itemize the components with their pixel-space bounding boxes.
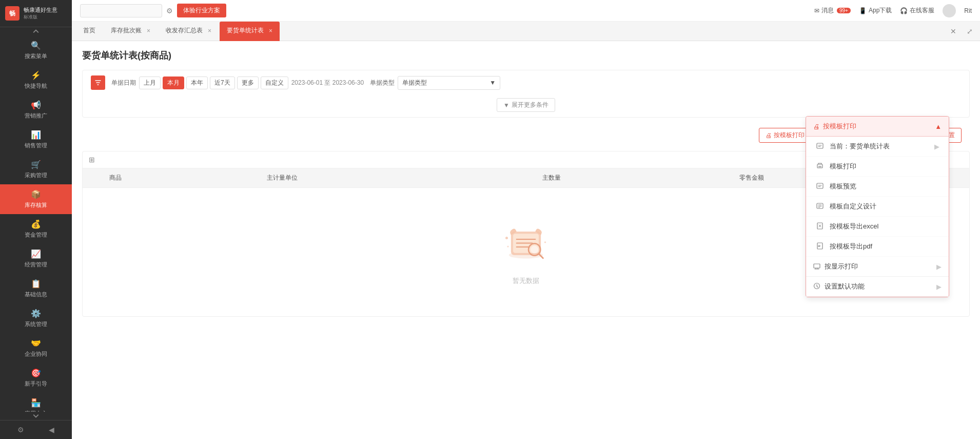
- sidebar-item-label: 搜索菜单: [25, 52, 47, 60]
- tab-order-stats-close[interactable]: ×: [269, 27, 272, 34]
- cart-icon: 🛒: [31, 160, 41, 169]
- close-tab-btn[interactable]: ✕: [947, 25, 959, 37]
- order-type-select[interactable]: 单据类型 ▼: [398, 76, 500, 90]
- clipboard-icon: 📋: [31, 279, 41, 289]
- sidebar: 畅 畅康通好生意 标准版 🔍 搜索菜单 ⚡ 快捷导航 📢 营销推广 📊 销售管理: [0, 0, 72, 439]
- tab-receipt-summary-close[interactable]: ×: [208, 27, 211, 34]
- tab-order-stats[interactable]: 要货单统计表 ×: [220, 22, 280, 41]
- template-print-label: 模板打印: [830, 162, 856, 171]
- col-product: 商品: [103, 168, 261, 188]
- avatar[interactable]: [943, 4, 956, 17]
- sidebar-item-collab[interactable]: 🤝 企业协同: [0, 333, 72, 363]
- template-custom-item[interactable]: 模板自定义设计: [806, 197, 949, 217]
- messages-button[interactable]: ✉ 消息 99+: [814, 6, 851, 15]
- template-pdf-item[interactable]: 按模板导出pdf: [806, 237, 949, 257]
- trial-button[interactable]: 体验行业方案: [177, 4, 226, 17]
- template-print-item[interactable]: 模板打印: [806, 157, 949, 177]
- sidebar-item-sales[interactable]: 📊 销售管理: [0, 125, 72, 155]
- store-icon: 🏪: [31, 398, 41, 408]
- order-type-filter-group: 单据类型 单据类型 ▼: [370, 76, 500, 90]
- order-type-value: 单据类型: [402, 79, 427, 87]
- main-area: ⚙ 体验行业方案 ✉ 消息 99+ 📱 App下载 🎧 在线客服 Rit 首页: [72, 0, 980, 439]
- tab-home-label: 首页: [83, 26, 95, 35]
- filter-toggle-button[interactable]: [91, 75, 105, 90]
- date-btn-7days[interactable]: 近7天: [210, 77, 235, 89]
- date-filter-label: 单据日期: [111, 79, 136, 87]
- sidebar-item-label: 基础信息: [25, 291, 47, 298]
- tab-inventory-batch-close[interactable]: ×: [147, 27, 150, 34]
- sidebar-item-label: 库存核算: [25, 201, 47, 209]
- sidebar-item-system[interactable]: ⚙️ 系统管理: [0, 303, 72, 333]
- trending-icon: 📈: [31, 249, 41, 259]
- template-excel-item[interactable]: 按模板导出excel: [806, 217, 949, 237]
- svg-point-9: [505, 237, 508, 239]
- sidebar-item-guide[interactable]: 🎯 新手引导: [0, 363, 72, 393]
- sidebar-item-marketing[interactable]: 📢 营销推广: [0, 95, 72, 125]
- date-btn-this-year[interactable]: 本年: [186, 77, 208, 89]
- display-print-label: 按显示打印: [825, 262, 858, 271]
- app-download-button[interactable]: 📱 App下载: [859, 6, 892, 15]
- sidebar-scroll-down[interactable]: [0, 412, 72, 420]
- sidebar-item-basic[interactable]: 📋 基础信息: [0, 274, 72, 303]
- printer-header-icon: 🖨: [813, 123, 820, 130]
- template-custom-icon: [815, 202, 825, 211]
- sidebar-item-appcenter[interactable]: 🏪 应用中心: [0, 393, 72, 412]
- display-print-section[interactable]: 按显示打印 ▶: [806, 257, 949, 277]
- app-name: 畅康通好生意: [24, 6, 57, 13]
- logo-icon: 畅: [5, 6, 19, 21]
- dropdown-header[interactable]: 🖨 按模板打印 ▲: [806, 117, 949, 137]
- default-function-section[interactable]: 设置默认功能 ▶: [806, 277, 949, 297]
- date-btn-more[interactable]: 更多: [237, 77, 259, 89]
- app-badge: 标准版: [24, 14, 57, 21]
- default-function-label: 设置默认功能: [825, 282, 865, 291]
- tabs-bar: 首页 库存批次账 × 收发存汇总表 × 要货单统计表 × ✕ ⤢: [72, 22, 980, 41]
- sidebar-bottom: ⚙ ◀: [0, 420, 72, 439]
- column-settings-icon[interactable]: ⊞: [89, 156, 95, 164]
- template-excel-icon: [815, 222, 825, 231]
- sidebar-item-purchase[interactable]: 🛒 采购管理: [0, 155, 72, 184]
- date-btn-custom[interactable]: 自定义: [261, 77, 288, 89]
- chart-icon: 📊: [31, 130, 41, 140]
- current-template-label: 当前：要货单统计表: [830, 142, 890, 151]
- search-input[interactable]: [80, 4, 162, 17]
- tab-receipt-summary[interactable]: 收发存汇总表 ×: [159, 22, 219, 41]
- tab-inventory-batch-label: 库存批次账: [111, 26, 142, 35]
- sidebar-scroll-up[interactable]: [0, 27, 72, 35]
- settings-btn[interactable]: ⚙: [17, 426, 24, 434]
- expand-filter-button[interactable]: ▼ 展开更多条件: [497, 98, 555, 112]
- sidebar-item-quick[interactable]: ⚡ 快捷导航: [0, 65, 72, 95]
- date-range-text: 2023-06-01 至 2023-06-30: [291, 79, 364, 87]
- sidebar-item-finance[interactable]: 💰 资金管理: [0, 214, 72, 244]
- date-btn-last-month[interactable]: 上月: [139, 77, 161, 89]
- tab-inventory-batch[interactable]: 库存批次账 ×: [104, 22, 158, 41]
- handshake-icon: 🤝: [31, 338, 41, 348]
- sidebar-item-label: 销售管理: [25, 142, 47, 149]
- date-btn-this-month[interactable]: 本月: [163, 77, 184, 89]
- lightning-icon: ⚡: [31, 70, 41, 80]
- money-icon: 💰: [31, 219, 41, 229]
- svg-rect-15: [817, 183, 823, 188]
- sidebar-item-search[interactable]: 🔍 搜索菜单: [0, 35, 72, 65]
- default-function-left: 设置默认功能: [813, 282, 865, 291]
- display-print-icon: [813, 262, 820, 271]
- current-template-item[interactable]: 当前：要货单统计表 ▶: [806, 137, 949, 157]
- messages-label: 消息: [821, 6, 834, 15]
- date-buttons: 上月 本月 本年 近7天 更多 自定义: [139, 77, 288, 89]
- tab-home[interactable]: 首页: [76, 22, 103, 41]
- sidebar-item-operation[interactable]: 📈 经营管理: [0, 244, 72, 274]
- box-icon: 📦: [31, 189, 41, 199]
- online-service-button[interactable]: 🎧 在线客服: [900, 6, 934, 15]
- template-excel-label: 按模板导出excel: [830, 222, 878, 231]
- dropdown-title-group: 🖨 按模板打印: [813, 122, 856, 131]
- maximize-tab-btn[interactable]: ⤢: [964, 25, 976, 37]
- username: Rit: [964, 7, 972, 14]
- template-preview-item[interactable]: 模板预览: [806, 177, 949, 197]
- order-type-label: 单据类型: [370, 79, 395, 87]
- gear-icon: ⚙️: [31, 309, 41, 318]
- gear-settings-icon[interactable]: ⚙: [166, 7, 173, 15]
- sidebar-item-inventory[interactable]: 📦 库存核算: [0, 184, 72, 214]
- page-content: 要货单统计表(按商品) 单据日期 上月 本月 本年 近7天 更多: [72, 41, 980, 439]
- dropdown-collapse-icon[interactable]: ▲: [935, 123, 942, 130]
- col-checkbox: [83, 168, 103, 188]
- collapse-btn[interactable]: ◀: [49, 426, 54, 434]
